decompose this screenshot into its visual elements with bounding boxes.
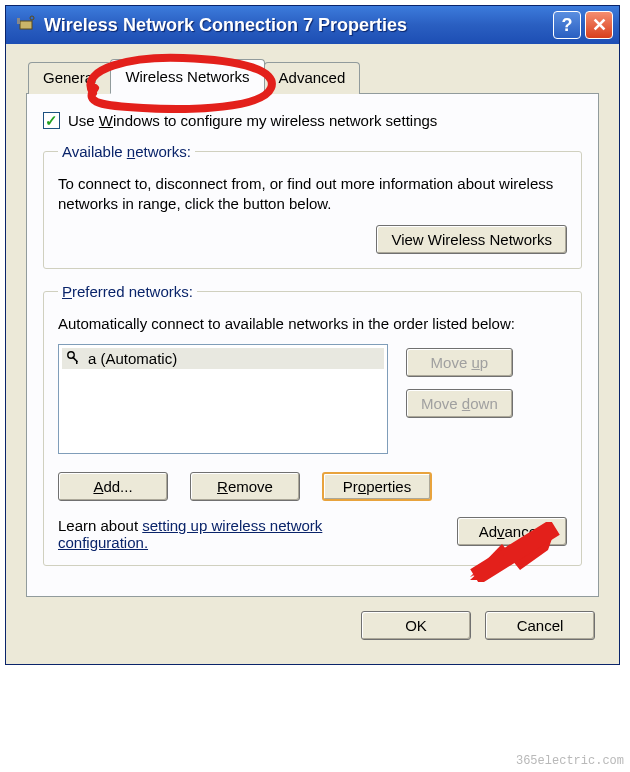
tab-strip: General Wireless Networks Advanced <box>28 62 599 94</box>
svg-rect-0 <box>20 21 32 29</box>
wireless-adapter-icon <box>16 15 36 35</box>
preferred-networks-legend: Preferred networks: <box>58 283 197 300</box>
use-windows-label: Use Windows to configure my wireless net… <box>68 112 437 129</box>
available-networks-legend: Available networks: <box>58 143 195 160</box>
list-item[interactable]: a (Automatic) <box>62 348 384 369</box>
svg-rect-5 <box>76 361 78 364</box>
list-item-label: a (Automatic) <box>88 350 177 367</box>
view-wireless-networks-button[interactable]: View Wireless Networks <box>376 225 567 254</box>
available-networks-text: To connect to, disconnect from, or find … <box>58 174 567 215</box>
client-area: General Wireless Networks Advanced ✓ Use… <box>6 44 619 664</box>
move-down-button[interactable]: Move down <box>406 389 513 418</box>
titlebar-close-button[interactable]: ✕ <box>585 11 613 39</box>
titlebar-help-button[interactable]: ? <box>553 11 581 39</box>
tab-wireless-networks[interactable]: Wireless Networks <box>110 59 264 94</box>
advanced-button[interactable]: Advanced <box>457 517 567 546</box>
preferred-networks-text: Automatically connect to available netwo… <box>58 314 567 334</box>
learn-about-text: Learn about setting up wireless network … <box>58 517 378 551</box>
watermark: 365electric.com <box>516 754 624 768</box>
titlebar: Wireless Network Connection 7 Properties… <box>6 6 619 44</box>
tab-panel-wireless: ✓ Use Windows to configure my wireless n… <box>26 93 599 597</box>
svg-point-2 <box>30 16 34 20</box>
close-icon: ✕ <box>592 14 607 36</box>
add-button[interactable]: Add... <box>58 472 168 501</box>
preferred-networks-listbox[interactable]: a (Automatic) <box>58 344 388 454</box>
checkmark-icon: ✓ <box>45 112 58 130</box>
svg-rect-1 <box>17 18 20 24</box>
tab-general[interactable]: General <box>28 62 111 94</box>
use-windows-checkbox[interactable]: ✓ <box>43 112 60 129</box>
move-up-button[interactable]: Move up <box>406 348 513 377</box>
question-icon: ? <box>562 15 573 36</box>
window-title: Wireless Network Connection 7 Properties <box>44 15 549 36</box>
preferred-networks-group: Preferred networks: Automatically connec… <box>43 283 582 566</box>
tab-advanced[interactable]: Advanced <box>264 62 361 94</box>
use-windows-row: ✓ Use Windows to configure my wireless n… <box>43 112 582 129</box>
properties-window: Wireless Network Connection 7 Properties… <box>5 5 620 665</box>
available-networks-group: Available networks: To connect to, disco… <box>43 143 582 269</box>
ok-button[interactable]: OK <box>361 611 471 640</box>
dialog-button-row: OK Cancel <box>26 597 599 646</box>
remove-button[interactable]: Remove <box>190 472 300 501</box>
cancel-button[interactable]: Cancel <box>485 611 595 640</box>
key-icon <box>66 350 82 366</box>
properties-button[interactable]: Properties <box>322 472 432 501</box>
